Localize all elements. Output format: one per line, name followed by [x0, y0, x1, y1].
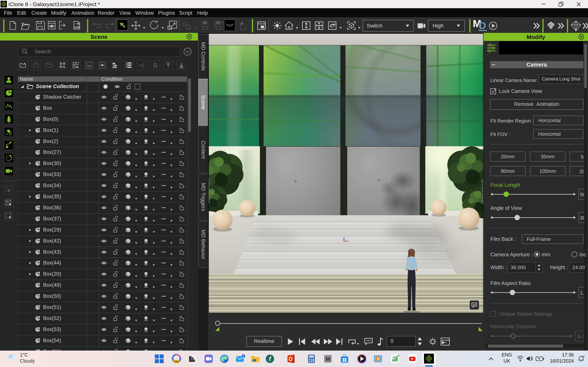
- svg-text:USD: USD: [74, 26, 80, 29]
- svg-text:PRE: PRE: [174, 360, 179, 363]
- svg-text:1: 1: [242, 355, 244, 358]
- svg-text:RE: RE: [139, 64, 143, 67]
- svg-text:M: M: [326, 356, 330, 362]
- svg-text:z: z: [584, 355, 585, 357]
